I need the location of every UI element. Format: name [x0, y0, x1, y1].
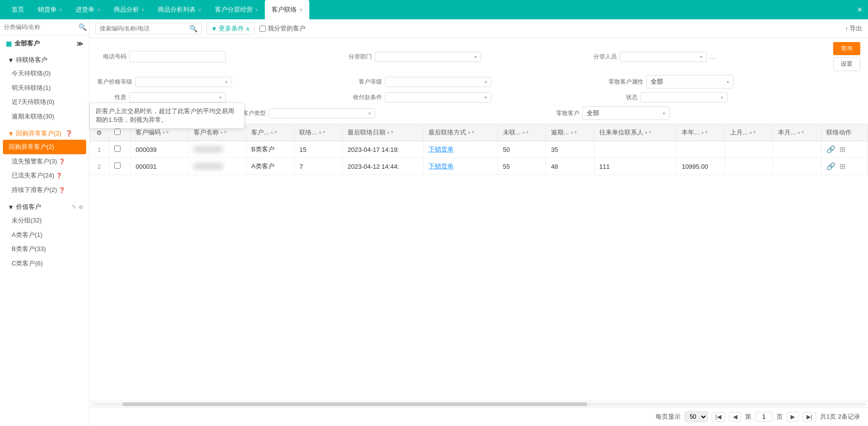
nav-product-list-close[interactable]: ×	[198, 7, 201, 13]
per-page-select[interactable]: 50	[685, 411, 708, 422]
select-all-checkbox[interactable]	[114, 129, 121, 135]
sidebar-item-overdue[interactable]: 逾期未联络(30)	[0, 109, 89, 124]
next-page-button[interactable]: ▶	[787, 412, 799, 422]
row2-checkbox[interactable]	[109, 158, 131, 175]
th-unreached[interactable]: 未联... ▲▼	[498, 124, 546, 141]
th-customer-level[interactable]: 客户... ▲▼	[246, 124, 294, 141]
help-icon-2[interactable]: ❓	[59, 159, 65, 164]
row2-link-icon[interactable]: 🔗	[826, 162, 836, 171]
my-customer-filter[interactable]: 我分管的客户	[259, 24, 305, 33]
nav-item-customer-contact[interactable]: 客户联络 ×	[265, 0, 309, 19]
sidebar-item-churned[interactable]: 已流失客户(24) ❓	[0, 168, 89, 183]
query-button[interactable]: 查询	[833, 42, 860, 55]
settings-button[interactable]: 设置	[833, 57, 860, 71]
window-close-button[interactable]: ×	[857, 5, 862, 15]
sort-this-year[interactable]: 本年... ▲▼	[682, 128, 708, 137]
sidebar-item-repurchase-active[interactable]: 回购异常客户(2)	[3, 140, 86, 154]
filter-search-icon[interactable]: 🔍	[189, 25, 198, 32]
th-unit-contacts[interactable]: 往来单位联系人 ▲▼	[594, 124, 677, 141]
branch-person-dots[interactable]: …	[709, 52, 716, 61]
sidebar-item-a-class[interactable]: A类客户(1)	[0, 228, 89, 242]
nav-item-sales[interactable]: 销货单 ×	[31, 0, 69, 19]
sidebar-item-today[interactable]: 今天待联络(0)	[0, 66, 89, 81]
sidebar-all-customers[interactable]: ▦ 全部客户 ≫	[0, 35, 89, 52]
sort-last-date[interactable]: 最后联络日期 ▲▼	[348, 128, 394, 137]
sort-last-method[interactable]: 最后联络方式 ▲▼	[428, 128, 475, 137]
th-last-contact-method[interactable]: 最后联络方式 ▲▼	[424, 124, 498, 141]
th-last-month[interactable]: 上月... ▲▼	[725, 124, 773, 141]
nav-product-close[interactable]: ×	[141, 7, 144, 13]
nav-item-product-list[interactable]: 商品分析列表 ×	[151, 0, 208, 19]
row2-select[interactable]	[114, 162, 121, 169]
more-filter-button[interactable]: ▼ 更多条件 ∧	[207, 22, 255, 35]
sidebar-item-churn-warning[interactable]: 流失预警客户(3) ❓	[0, 154, 89, 169]
sidebar-group-repurchase-title[interactable]: ▼ 回购异常客户(2) ❓	[0, 127, 89, 140]
sidebar-collapse-icon[interactable]: ≫	[76, 40, 83, 47]
sidebar-search-icon[interactable]: 🔍	[78, 23, 87, 31]
sort-customer-level[interactable]: 客户... ▲▼	[251, 128, 278, 137]
hscroll-track[interactable]	[91, 402, 866, 406]
nav-item-customer-segment[interactable]: 客户分层经营 ×	[208, 0, 265, 19]
customer-type-select[interactable]: ▾	[269, 108, 375, 118]
nav-item-home[interactable]: 首页	[5, 0, 31, 19]
branch-person-select[interactable]: ▾	[620, 52, 707, 62]
th-this-year[interactable]: 本年... ▲▼	[677, 124, 725, 141]
nav-purchase-close[interactable]: ×	[97, 7, 100, 13]
sidebar-item-tomorrow[interactable]: 明天待联络(1)	[0, 81, 89, 95]
row1-checkbox[interactable]	[109, 141, 131, 158]
gender-select[interactable]: ▾	[129, 92, 226, 103]
edit-icon[interactable]: ✎	[72, 204, 76, 210]
sidebar-item-declining[interactable]: 持续下滑客户(2) ❓	[0, 183, 89, 197]
retail-attr-select[interactable]: 全部 ▾	[646, 75, 733, 88]
sidebar-item-c-class[interactable]: C类客户(6)	[0, 256, 89, 271]
status-select[interactable]: ▾	[640, 92, 728, 103]
payment-terms-select[interactable]: ▾	[385, 92, 491, 103]
last-page-button[interactable]: ▶|	[803, 412, 816, 422]
filter-search-input[interactable]	[100, 25, 189, 32]
help-icon-3[interactable]: ❓	[56, 173, 62, 178]
sort-unit-contacts[interactable]: 往来单位联系人 ▲▼	[599, 128, 652, 137]
sidebar-group-value-title[interactable]: ▼ 价值客户 ✎ ⊕	[0, 201, 89, 213]
th-last-contact-date[interactable]: 最后联络日期 ▲▼	[342, 124, 423, 141]
add-icon[interactable]: ⊕	[78, 204, 83, 210]
sidebar-search-input[interactable]	[4, 24, 76, 30]
current-page-input[interactable]	[755, 412, 773, 422]
row1-link-icon[interactable]: 🔗	[826, 145, 836, 154]
sort-last-month[interactable]: 上月... ▲▼	[730, 128, 757, 137]
export-button[interactable]: ↑ 导出	[845, 24, 863, 33]
nav-contact-close[interactable]: ×	[299, 7, 302, 13]
nav-segment-close[interactable]: ×	[255, 7, 258, 13]
hscroll-thumb[interactable]	[122, 402, 587, 406]
th-overdue[interactable]: 逾期... ▲▼	[546, 124, 594, 141]
price-level-select[interactable]: ▾	[135, 77, 232, 87]
sort-customer-name[interactable]: 客户名称 ▲▼	[194, 128, 228, 137]
row2-grid-icon[interactable]: ⊞	[839, 162, 846, 171]
sort-contact-count[interactable]: 联络... ▲▼	[299, 128, 326, 137]
sort-customer-code[interactable]: 客户编码 ▲▼	[136, 128, 169, 137]
prev-page-button[interactable]: ◀	[729, 412, 741, 422]
help-icon[interactable]: ❓	[65, 130, 73, 137]
nav-sales-close[interactable]: ×	[59, 7, 62, 13]
phone-input[interactable]	[129, 51, 226, 62]
table-settings-icon[interactable]: ⚙	[96, 129, 102, 136]
row1-select[interactable]	[114, 146, 121, 152]
row1-grid-icon[interactable]: ⊞	[839, 145, 846, 154]
th-contact-count[interactable]: 联络... ▲▼	[294, 124, 342, 141]
sidebar-item-b-class[interactable]: B类客户(33)	[0, 242, 89, 256]
help-icon-4[interactable]: ❓	[59, 187, 65, 193]
sidebar-group-pending-title[interactable]: ▼ 待联络客户	[0, 54, 89, 66]
branch-dept-select[interactable]: ▾	[375, 52, 481, 62]
sidebar-item-unclassified[interactable]: 未分组(32)	[0, 213, 89, 228]
my-customer-checkbox[interactable]	[259, 26, 266, 32]
row2-last-contact-method[interactable]: 下销货单	[424, 158, 498, 175]
horizontal-scrollbar-area[interactable]	[90, 401, 868, 407]
sort-overdue[interactable]: 逾期... ▲▼	[551, 128, 578, 137]
nav-item-purchase[interactable]: 进货单 ×	[69, 0, 107, 19]
customer-level-select[interactable]: ▾	[385, 77, 491, 87]
row1-last-contact-method[interactable]: 下销货单	[424, 141, 498, 158]
sort-this-month[interactable]: 本月... ▲▼	[778, 128, 805, 137]
first-page-button[interactable]: |◀	[712, 412, 725, 422]
nav-item-product-analysis[interactable]: 商品分析 ×	[107, 0, 151, 19]
sidebar-item-7days[interactable]: 近7天待联络(0)	[0, 95, 89, 109]
th-this-month[interactable]: 本月... ▲▼	[773, 124, 821, 141]
